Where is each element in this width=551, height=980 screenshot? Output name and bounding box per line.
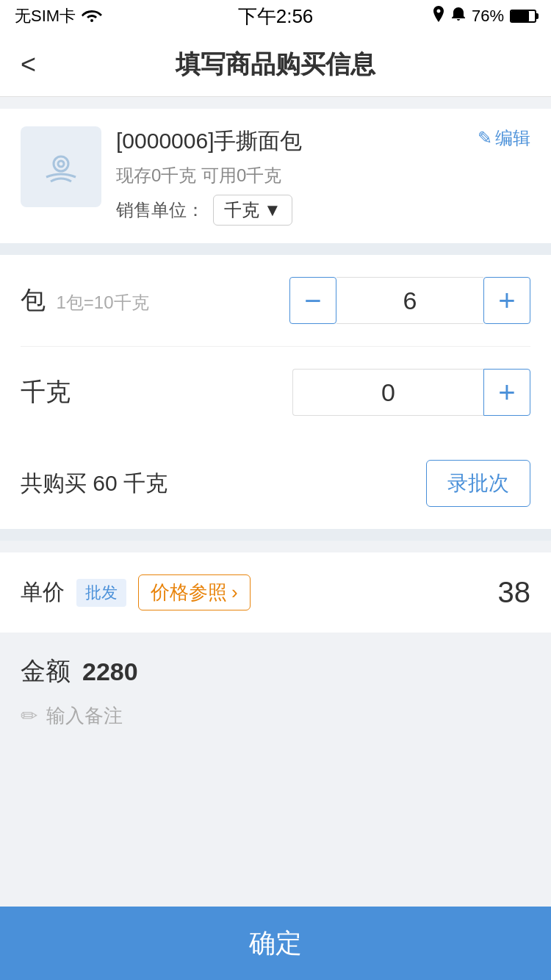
input-section: 包 1包=10千克 − + 千克 + bbox=[0, 255, 551, 438]
bao-hint: 1包=10千克 bbox=[56, 292, 148, 312]
edit-button[interactable]: ✎ 编辑 bbox=[478, 126, 530, 150]
kg-quantity-control: + bbox=[292, 369, 530, 416]
price-badge: 批发 bbox=[76, 579, 126, 607]
page-title: 填写商品购买信息 bbox=[176, 48, 375, 82]
kg-plus-button[interactable]: + bbox=[483, 369, 530, 416]
product-unit: 销售单位： 千克 ▼ bbox=[116, 195, 530, 226]
edit-icon: ✎ bbox=[478, 128, 492, 148]
wifi-icon bbox=[82, 6, 102, 26]
kg-row: 千克 + bbox=[21, 347, 530, 438]
product-image bbox=[21, 126, 101, 207]
price-section: 单价 批发 价格参照 › 38 bbox=[0, 552, 551, 633]
dropdown-icon: ▼ bbox=[264, 200, 281, 220]
bao-quantity-input[interactable] bbox=[336, 277, 483, 324]
bao-quantity-control: − + bbox=[289, 277, 530, 324]
carrier-text: 无SIM卡 bbox=[15, 5, 76, 27]
edit-label: 编辑 bbox=[495, 126, 530, 150]
note-icon: ✏ bbox=[21, 704, 37, 728]
separator-2 bbox=[0, 529, 551, 541]
price-row: 单价 批发 价格参照 › 38 bbox=[21, 574, 530, 610]
spacer bbox=[0, 743, 551, 907]
price-value: 38 bbox=[498, 576, 531, 609]
status-bar: 无SIM卡 下午2:56 76% bbox=[0, 0, 551, 32]
price-label: 单价 bbox=[21, 577, 65, 608]
battery-icon bbox=[510, 10, 536, 23]
summary-row: 共购买 60 千克 录批次 bbox=[0, 438, 551, 529]
bao-minus-button[interactable]: − bbox=[289, 277, 336, 324]
svg-point-1 bbox=[58, 161, 64, 167]
location-icon bbox=[432, 6, 445, 26]
status-right: 76% bbox=[432, 6, 536, 26]
battery-percent: 76% bbox=[472, 7, 504, 26]
unit-value: 千克 bbox=[224, 198, 259, 222]
kg-label: 千克 bbox=[21, 375, 71, 409]
price-ref-button[interactable]: 价格参照 › bbox=[138, 574, 251, 610]
amount-section: 金额 2280 ✏ 输入备注 bbox=[0, 633, 551, 743]
summary-text: 共购买 60 千克 bbox=[21, 469, 168, 499]
product-name: [0000006]手撕面包 bbox=[116, 126, 530, 156]
batch-button[interactable]: 录批次 bbox=[426, 460, 530, 507]
confirm-button[interactable]: 确定 bbox=[0, 907, 551, 980]
price-ref-arrow: › bbox=[231, 581, 238, 604]
unit-label: 销售单位： bbox=[116, 198, 204, 222]
status-carrier: 无SIM卡 bbox=[15, 5, 102, 27]
bao-row: 包 1包=10千克 − + bbox=[21, 255, 530, 347]
price-ref-label: 价格参照 bbox=[151, 580, 227, 605]
product-stock: 现存0千克 可用0千克 bbox=[116, 164, 530, 187]
alarm-icon bbox=[451, 6, 466, 26]
svg-point-0 bbox=[54, 156, 68, 171]
amount-label: 金额 bbox=[21, 655, 71, 688]
status-time: 下午2:56 bbox=[238, 4, 314, 29]
back-button[interactable]: < bbox=[21, 49, 36, 80]
amount-value: 2280 bbox=[82, 657, 138, 686]
note-row[interactable]: ✏ 输入备注 bbox=[21, 703, 530, 729]
bao-label: 包 bbox=[21, 286, 46, 314]
bao-plus-button[interactable]: + bbox=[483, 277, 530, 324]
bao-label-group: 包 1包=10千克 bbox=[21, 284, 149, 317]
note-placeholder: 输入备注 bbox=[46, 703, 123, 729]
kg-quantity-input[interactable] bbox=[292, 369, 483, 416]
product-info: [0000006]手撕面包 现存0千克 可用0千克 销售单位： 千克 ▼ bbox=[116, 126, 530, 226]
amount-row: 金额 2280 bbox=[21, 655, 530, 688]
separator-1 bbox=[0, 243, 551, 255]
product-card: [0000006]手撕面包 现存0千克 可用0千克 销售单位： 千克 ▼ ✎ 编… bbox=[0, 109, 551, 243]
unit-select[interactable]: 千克 ▼ bbox=[213, 195, 292, 226]
nav-bar: < 填写商品购买信息 bbox=[0, 32, 551, 97]
